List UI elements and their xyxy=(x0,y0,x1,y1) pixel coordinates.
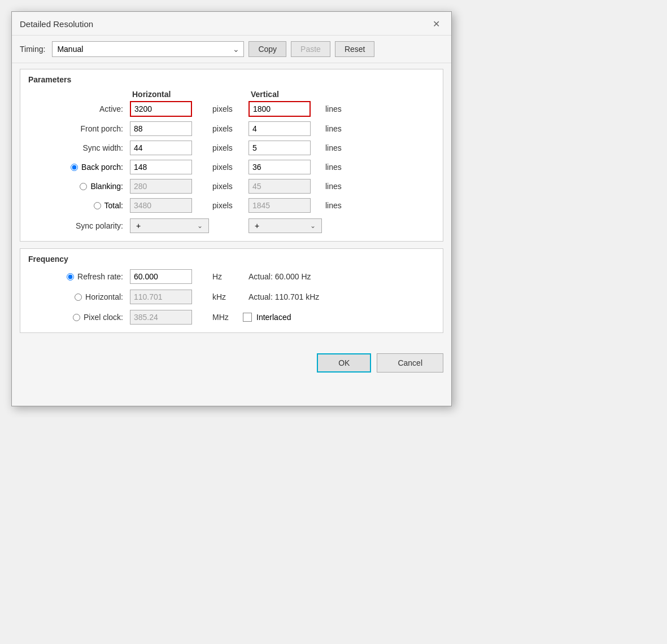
refresh-rate-row: Refresh rate: Hz Actual: 60.000 Hz xyxy=(28,269,435,284)
blanking-h-unit: pixels xyxy=(209,182,249,191)
horizontal-freq-row: Horizontal: kHz Actual: 110.701 kHz xyxy=(28,290,435,304)
sync-polarity-h-value: + xyxy=(136,221,141,230)
horizontal-header: Horizontal xyxy=(130,90,209,99)
total-radio[interactable] xyxy=(94,202,101,209)
front-porch-v-unit: lines xyxy=(322,124,361,133)
total-row: Total: pixels lines xyxy=(28,198,435,213)
back-porch-label: Back porch: xyxy=(81,163,123,172)
sync-polarity-label: Sync polarity: xyxy=(28,221,130,230)
total-v-input[interactable] xyxy=(249,198,311,213)
front-porch-h-input[interactable] xyxy=(130,121,192,136)
horizontal-freq-label: Horizontal: xyxy=(85,292,123,301)
sync-polarity-h-select[interactable]: + ⌄ xyxy=(130,218,209,233)
pixel-clock-radio[interactable] xyxy=(73,314,80,321)
pixel-clock-unit: MHz xyxy=(209,313,243,322)
frequency-section: Frequency Refresh rate: Hz Actual: 60.00… xyxy=(20,248,443,333)
sync-polarity-v-select[interactable]: + ⌄ xyxy=(249,218,322,233)
ok-button[interactable]: OK xyxy=(317,353,371,373)
pixel-clock-label-container: Pixel clock: xyxy=(28,313,130,322)
active-v-input[interactable] xyxy=(249,101,311,117)
sync-polarity-v-value: + xyxy=(255,221,259,230)
blanking-row: Blanking: pixels lines xyxy=(28,179,435,194)
blanking-label-container: Blanking: xyxy=(28,182,130,191)
parameters-title: Parameters xyxy=(28,75,435,84)
interlaced-container: Interlaced xyxy=(243,313,435,322)
active-row: Active: pixels lines xyxy=(28,101,435,117)
polarity-h-chevron: ⌄ xyxy=(197,222,203,230)
polarity-v-chevron: ⌄ xyxy=(310,222,316,230)
sync-width-h-input[interactable] xyxy=(130,141,192,155)
vertical-header: Vertical xyxy=(249,90,322,99)
refresh-rate-label: Refresh rate: xyxy=(77,272,123,281)
horizontal-freq-radio[interactable] xyxy=(75,293,82,301)
interlaced-checkbox[interactable] xyxy=(243,313,252,322)
front-porch-h-unit: pixels xyxy=(209,124,249,133)
total-h-unit: pixels xyxy=(209,201,249,210)
total-v-unit: lines xyxy=(322,201,361,210)
total-label-container: Total: xyxy=(28,201,130,210)
sync-width-h-unit: pixels xyxy=(209,143,249,152)
horizontal-freq-label-container: Horizontal: xyxy=(28,292,130,301)
back-porch-v-input[interactable] xyxy=(249,160,311,174)
horizontal-freq-unit: kHz xyxy=(209,292,243,301)
back-porch-h-unit: pixels xyxy=(209,163,249,172)
back-porch-radio[interactable] xyxy=(71,164,78,171)
active-v-unit: lines xyxy=(322,104,361,113)
blanking-radio[interactable] xyxy=(80,183,87,190)
timing-label: Timing: xyxy=(20,45,45,54)
blanking-h-input[interactable] xyxy=(130,179,192,194)
pixel-clock-input[interactable] xyxy=(130,310,192,325)
footer: OK Cancel xyxy=(12,348,451,380)
pixel-clock-label: Pixel clock: xyxy=(84,313,123,322)
toolbar: Timing: Manual Copy Paste Reset xyxy=(12,36,451,63)
column-headers: Horizontal Vertical xyxy=(28,90,435,99)
front-porch-v-input[interactable] xyxy=(249,121,311,136)
sync-width-v-unit: lines xyxy=(322,143,361,152)
front-porch-row: Front porch: pixels lines xyxy=(28,121,435,136)
frequency-title: Frequency xyxy=(28,255,435,264)
sync-width-row: Sync width: pixels lines xyxy=(28,141,435,155)
total-h-input[interactable] xyxy=(130,198,192,213)
dialog-title: Detailed Resolution xyxy=(20,19,93,29)
blanking-v-unit: lines xyxy=(322,182,361,191)
copy-button[interactable]: Copy xyxy=(249,41,286,57)
timing-select[interactable]: Manual xyxy=(52,41,244,57)
front-porch-label: Front porch: xyxy=(28,124,130,133)
blanking-v-input[interactable] xyxy=(249,179,311,194)
title-bar: Detailed Resolution ✕ xyxy=(12,12,451,36)
active-label: Active: xyxy=(28,104,130,113)
active-h-unit: pixels xyxy=(209,104,249,113)
blanking-label: Blanking: xyxy=(90,182,123,191)
back-porch-row: Back porch: pixels lines xyxy=(28,160,435,174)
horizontal-freq-input[interactable] xyxy=(130,290,192,304)
back-porch-v-unit: lines xyxy=(322,163,361,172)
detailed-resolution-dialog: Detailed Resolution ✕ Timing: Manual Cop… xyxy=(11,11,452,406)
refresh-rate-label-container: Refresh rate: xyxy=(28,272,130,281)
cancel-button[interactable]: Cancel xyxy=(377,353,443,373)
back-porch-label-container: Back porch: xyxy=(28,163,130,172)
reset-button[interactable]: Reset xyxy=(335,41,375,57)
paste-button[interactable]: Paste xyxy=(291,41,330,57)
close-button[interactable]: ✕ xyxy=(429,17,443,30)
sync-polarity-row: Sync polarity: + ⌄ + ⌄ xyxy=(28,218,435,233)
interlaced-label: Interlaced xyxy=(256,313,291,322)
total-label: Total: xyxy=(104,201,123,210)
timing-select-wrapper[interactable]: Manual xyxy=(52,41,244,57)
refresh-rate-unit: Hz xyxy=(209,272,243,281)
refresh-rate-actual: Actual: 60.000 Hz xyxy=(243,272,435,281)
refresh-rate-input[interactable] xyxy=(130,269,192,284)
horizontal-freq-actual: Actual: 110.701 kHz xyxy=(243,292,435,301)
pixel-clock-row: Pixel clock: MHz Interlaced xyxy=(28,310,435,325)
active-h-input[interactable] xyxy=(130,101,192,117)
sync-width-label: Sync width: xyxy=(28,143,130,152)
parameters-section: Parameters Horizontal Vertical Active: p… xyxy=(20,69,443,242)
sync-width-v-input[interactable] xyxy=(249,141,311,155)
content-area: Parameters Horizontal Vertical Active: p… xyxy=(12,63,451,348)
back-porch-h-input[interactable] xyxy=(130,160,192,174)
refresh-rate-radio[interactable] xyxy=(67,273,74,281)
